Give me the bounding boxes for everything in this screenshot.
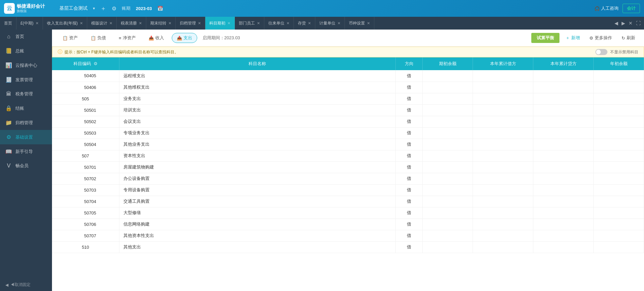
table-row[interactable]: 50705大型修缮借 — [52, 207, 644, 219]
sidebar-item-member[interactable]: V 畅会员 — [0, 159, 52, 173]
tab-archive[interactable]: 归档管理 ✕ — [176, 17, 205, 30]
refresh-button[interactable]: ↻ 刷新 — [618, 33, 639, 43]
calendar-icon[interactable]: 📅 — [157, 6, 163, 11]
cell-name: 培训支出 — [119, 104, 396, 116]
header-add-button[interactable]: ＋ — [100, 4, 106, 12]
table-row[interactable]: 50405远程维支出借 — [52, 70, 644, 82]
trial-balance-button[interactable]: 试算平衡 — [531, 33, 559, 43]
tab-yearend-close[interactable]: ✕ — [168, 21, 171, 26]
add-icon: ＋ — [566, 35, 570, 41]
sidebar-label-settings: 基础设置 — [15, 134, 33, 140]
tab-archive-close[interactable]: ✕ — [198, 21, 201, 26]
table-row[interactable]: 50406其他维权支出借 — [52, 82, 644, 93]
table-row[interactable]: 50706信息网络购建借 — [52, 219, 644, 230]
tab-midterm-label: £(中期) — [20, 20, 34, 26]
tab-taxlist-close[interactable]: ✕ — [139, 21, 142, 26]
col-header-ytd-credit: 本年累计贷方 — [533, 57, 594, 70]
filter-tab-liability-label: 负债 — [97, 35, 106, 41]
cell-ytd-debit — [473, 219, 533, 230]
sidebar-item-close[interactable]: 🔒 结账 — [0, 101, 52, 115]
col-header-opening-balance: 期初余额 — [423, 57, 473, 70]
sidebar-item-archive[interactable]: 📁 归档管理 — [0, 115, 52, 130]
table-row[interactable]: 50703专用设备购置借 — [52, 184, 644, 196]
cell-year-balance — [594, 139, 644, 150]
filter-tab-equity[interactable]: ≡ 净资产 — [114, 33, 141, 43]
table-row[interactable]: 505业务支出借 — [52, 93, 644, 104]
tab-annual[interactable]: 收入支出表(年报) ✕ — [43, 17, 87, 30]
table-row[interactable]: 510其他支出借 — [52, 241, 644, 253]
table-row[interactable]: 50702办公设备购置借 — [52, 173, 644, 184]
tab-currency[interactable]: 币种设置 ✕ — [345, 17, 374, 30]
tab-unit[interactable]: 计量单位 ✕ — [315, 17, 345, 30]
main-layout: ⌂ 首页 📒 总账 📊 云报表中心 🧾 发票管理 🏛 税务管理 🔒 结账 📁 归… — [0, 30, 644, 291]
header-settings-icon[interactable]: ⚙ — [112, 5, 116, 12]
table-header-row: 科目编码 ⚙ 科目名称 方向 期初余额 本年累计借方 本年累计贷方 年初余额 — [52, 57, 644, 70]
tab-yearend[interactable]: 期末结转 ✕ — [146, 17, 176, 30]
collapse-icon: ◀ — [5, 283, 8, 287]
tab-dept[interactable]: 部门员工 ✕ — [235, 17, 264, 30]
tab-taxlist[interactable]: 税表清册 ✕ — [117, 17, 146, 30]
tab-inventory[interactable]: 存货 ✕ — [294, 17, 315, 30]
cell-year-balance — [594, 184, 644, 196]
cell-code: 510 — [52, 241, 119, 253]
tab-yearend-label: 期末结转 — [150, 20, 166, 26]
tab-prev-button[interactable]: ◀ — [613, 20, 620, 27]
logo-sub: 旗舰版 — [17, 9, 45, 13]
tab-dept-close[interactable]: ✕ — [257, 21, 260, 26]
filter-tab-income[interactable]: 📥 收入 — [144, 33, 169, 43]
tab-subject-close[interactable]: ✕ — [227, 21, 230, 26]
liability-icon: 📋 — [91, 36, 96, 41]
table-row[interactable]: 50502会议支出借 — [52, 116, 644, 127]
sidebar-item-tax[interactable]: 🏛 税务管理 — [0, 87, 52, 101]
tab-home[interactable]: 首页 — [0, 17, 16, 30]
cell-direction: 借 — [396, 230, 423, 241]
table-row[interactable]: 50501培训支出借 — [52, 104, 644, 116]
tab-template[interactable]: 模版设计 ✕ — [87, 17, 117, 30]
company-dropdown-icon[interactable]: ▾ — [93, 6, 95, 11]
add-label: 新增 — [571, 35, 580, 41]
tab-midterm[interactable]: £(中期) ✕ — [16, 17, 43, 30]
table-row[interactable]: 507资本性支出借 — [52, 150, 644, 161]
tab-contact-close[interactable]: ✕ — [286, 21, 289, 26]
tab-contact[interactable]: 往来单位 ✕ — [264, 17, 294, 30]
cell-opening-balance — [423, 241, 473, 253]
add-button[interactable]: ＋ 新增 — [562, 33, 583, 43]
tab-template-close[interactable]: ✕ — [109, 21, 112, 26]
tab-subject[interactable]: 科目期初 ✕ — [205, 17, 235, 30]
tab-inventory-close[interactable]: ✕ — [308, 21, 311, 26]
cell-opening-balance — [423, 70, 473, 82]
sidebar-item-reports[interactable]: 📊 云报表中心 — [0, 58, 52, 72]
tab-annual-close[interactable]: ✕ — [80, 21, 83, 26]
table-row[interactable]: 50704交通工具购置借 — [52, 196, 644, 207]
disable-toggle[interactable] — [595, 49, 607, 55]
cell-year-balance — [594, 207, 644, 219]
cell-ytd-debit — [473, 104, 533, 116]
cell-opening-balance — [423, 230, 473, 241]
account-button[interactable]: 会计 — [623, 4, 640, 13]
filter-tab-asset[interactable]: 📋 资产 — [57, 33, 83, 43]
tab-close-all-button[interactable]: ✕ — [627, 20, 634, 27]
sidebar-collapse-button[interactable]: ◀ ◀取消固定 — [0, 279, 52, 291]
tab-unit-close[interactable]: ✕ — [337, 21, 340, 26]
table-row[interactable]: 50701房屋建筑物购建借 — [52, 161, 644, 173]
cell-direction: 借 — [396, 82, 423, 93]
tab-currency-close[interactable]: ✕ — [367, 21, 370, 26]
cell-ytd-credit — [533, 150, 594, 161]
sidebar-item-home[interactable]: ⌂ 首页 — [0, 30, 52, 44]
tab-expand-button[interactable]: ⛶ — [635, 20, 642, 27]
table-row[interactable]: 50504其他业务支出借 — [52, 139, 644, 150]
table-row[interactable]: 50707其他资本性支出借 — [52, 230, 644, 241]
table-row[interactable]: 50503专项业务支出借 — [52, 127, 644, 139]
sidebar-item-settings[interactable]: ⚙ 基础设置 — [0, 130, 52, 144]
sidebar-item-ledger[interactable]: 📒 总账 — [0, 44, 52, 58]
tab-next-button[interactable]: ▶ — [620, 20, 627, 27]
more-button[interactable]: ⚙ 更多操作 — [586, 33, 615, 43]
tab-midterm-close[interactable]: ✕ — [36, 21, 39, 26]
sidebar-item-invoice[interactable]: 🧾 发票管理 — [0, 72, 52, 87]
filter-tab-expense[interactable]: 📤 支出 — [172, 33, 197, 43]
table-container[interactable]: 科目编码 ⚙ 科目名称 方向 期初余额 本年累计借方 本年累计贷方 年初余额 5… — [52, 57, 644, 291]
column-settings-icon[interactable]: ⚙ — [94, 61, 98, 66]
filter-tab-liability[interactable]: 📋 负债 — [86, 33, 111, 43]
sidebar-item-guide[interactable]: 📖 新手引导 — [0, 144, 52, 159]
support-button[interactable]: 🎧 人工咨询 — [594, 5, 619, 11]
